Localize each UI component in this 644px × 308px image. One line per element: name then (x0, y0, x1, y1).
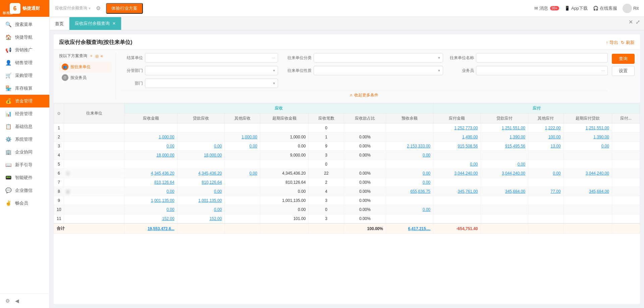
table-row: 100.000.000.0000.00%0.00 (54, 205, 640, 214)
settlement-unit-input[interactable]: ··· (145, 53, 278, 62)
footer-ar-amount[interactable]: 19,553,472,6... (124, 223, 177, 234)
dept-input[interactable]: ▾ (145, 79, 278, 88)
partner-category-input[interactable]: ▾ (314, 53, 443, 62)
sales-icon: 👤 (5, 60, 12, 66)
sidebar-collapse-button[interactable]: ◀ (15, 298, 19, 304)
window-maximize-button[interactable]: ⤢ (636, 19, 640, 25)
partner-nature-input[interactable]: ▾ (314, 66, 443, 75)
sidebar-item-inventory[interactable]: 🏪 库存核算 (0, 82, 49, 95)
promo-button[interactable]: 体验行业方案 (106, 3, 143, 14)
dept-arrow: ▾ (273, 81, 275, 86)
collapse-more-btn[interactable]: ∧ 收起更多条件 (120, 91, 608, 99)
sidebar-item-label: 基础信息 (15, 124, 33, 130)
th-ar-count: 应收笔数 (309, 114, 344, 124)
sidebar-item-marketing[interactable]: 📢 营销推广 (0, 44, 49, 56)
field-partner-category: 往来单位分类 ▾ (285, 53, 443, 62)
refresh-button[interactable]: ↻ 刷新 (621, 40, 635, 46)
sidebar-item-system[interactable]: ⚙️ 系统管理 (0, 133, 49, 146)
edit-scheme-icon[interactable]: ◎ (95, 54, 99, 58)
sidebar-item-label: 快捷导航 (15, 34, 33, 40)
sidebar-item-purchase[interactable]: 🛒 采购管理 (0, 69, 49, 82)
collapse-scheme-icon[interactable]: « (101, 54, 103, 58)
breadcrumb: 应收应付余额查询 ▾ (55, 5, 91, 11)
collapse-label: 收起更多条件 (354, 93, 378, 97)
purchase-icon: 🛒 (5, 73, 12, 79)
sidebar-item-sales[interactable]: 👤 销售管理 (0, 56, 49, 69)
salesman-input[interactable]: ··· (476, 66, 608, 75)
avatar (623, 4, 632, 13)
filter-by-partner[interactable]: 👥 按往来单位 (59, 61, 112, 72)
table-row: 8p0.000.000.0040.00%655,636.75345,761.00… (54, 187, 640, 196)
filter-scheme-text: 按以下方案查询 (59, 53, 87, 59)
sidebar-item-label: 营销推广 (15, 47, 33, 53)
tab-home[interactable]: 首页 (50, 18, 69, 30)
th-settings: ⚙ (54, 103, 64, 124)
th-ap-overdue: 超期应付贷款 (564, 114, 612, 124)
header-settings-icon[interactable]: ⚙ (96, 5, 101, 11)
window-close-button[interactable]: ✕ (629, 19, 633, 25)
partner-nature-arrow: ▾ (438, 68, 440, 73)
filter-by-salesman[interactable]: ⏱ 按业务员 (59, 72, 112, 83)
dept-manager-input[interactable]: ▾ (145, 66, 278, 75)
sidebar-settings-button[interactable]: ⚙ (5, 298, 10, 304)
th-partner-label: 往来单位 (86, 111, 102, 116)
field-settlement-unit: 结算单位 ··· (120, 53, 278, 62)
app-download-button[interactable]: 📱 App下载 (565, 5, 588, 11)
sidebar-item-guide[interactable]: 📖 新手引导 (0, 159, 49, 171)
table-row: 6z4,345,436.204,345,436.200.004,345,436.… (54, 169, 640, 178)
field-partner-name: 往来单位名称 (450, 53, 608, 62)
filter-area: 按以下方案查询 ＋ ◎ « 👥 按往来单位 ⏱ 按业务员 (54, 50, 640, 103)
footer-ar-prepay[interactable]: 6,417,215.... (386, 223, 433, 234)
header: 应收应付余额查询 ▾ ⚙ 体验行业方案 ✉ 消息 99+ 📱 App下载 🎧 在… (50, 0, 644, 17)
export-button[interactable]: ↑ 导出 (606, 40, 619, 46)
online-service-label: 在线客服 (600, 5, 617, 11)
message-badge: 99+ (550, 6, 559, 10)
tab-ar-ap[interactable]: 应收应付余额查询 ✕ (69, 17, 121, 30)
filter-action-buttons: 查询 设置 (612, 53, 635, 99)
query-button[interactable]: 查询 (612, 54, 635, 64)
sidebar-item-wechat[interactable]: 💬 企业微信 (0, 184, 49, 197)
th-ap-group: 应付 (433, 103, 640, 114)
dept-manager-arrow: ▾ (273, 68, 275, 73)
sidebar-item-member[interactable]: ✌ 畅会员 (0, 197, 49, 210)
search-menu-icon: 🔍 (5, 21, 12, 28)
message-button[interactable]: ✉ 消息 99+ (534, 5, 559, 11)
data-table: ⚙ 往来单位 应收 应付 应收金额 贷款应 (54, 103, 640, 234)
quick-nav-icon: 🏠 (5, 34, 12, 40)
sidebar-item-label: 资金管理 (15, 98, 33, 104)
partner-name-label: 往来单位名称 (450, 55, 474, 61)
sidebar-item-enterprise[interactable]: 🏢 企业协同 (0, 146, 49, 159)
download-icon: 📱 (565, 6, 570, 11)
by-partner-label: 按往来单位 (70, 64, 91, 70)
page-title: 应收应付余额查询(按往来单位) (59, 39, 132, 46)
sidebar-item-base-info[interactable]: 📋 基础信息 (0, 120, 49, 133)
partner-name-input[interactable] (476, 53, 608, 62)
sidebar-menu: 🔍 搜索菜单 🏠 快捷导航 📢 营销推广 👤 销售管理 🛒 采购管理 🏪 库存核… (0, 17, 49, 294)
footer-label: 合计 (54, 223, 124, 234)
online-service-button[interactable]: 🎧 在线客服 (593, 5, 617, 11)
footer-ar-loan (177, 223, 224, 234)
operations-icon: 📊 (5, 111, 12, 117)
tab-close-icon[interactable]: ✕ (112, 21, 116, 26)
filter-scheme-label: 按以下方案查询 ＋ ◎ « (59, 53, 112, 59)
sidebar-item-hardware[interactable]: 📟 智能硬件 (0, 171, 49, 184)
field-dept: 部门 ▾ (120, 79, 278, 88)
th-ar-overdue: 超期应收金额 (260, 114, 309, 124)
th-ar-ratio: 应收款占比 (344, 114, 386, 124)
sidebar-item-search-menu[interactable]: 🔍 搜索菜单 (0, 18, 49, 31)
sidebar-item-finance[interactable]: 💰 资金管理 (0, 95, 49, 107)
sidebar-item-operations[interactable]: 📊 经营管理 (0, 107, 49, 120)
th-ar-other: 其他应收 (225, 114, 260, 124)
settings-button[interactable]: 设置 (612, 66, 635, 76)
sidebar-item-label: 智能硬件 (15, 175, 33, 181)
sidebar-item-label: 系统管理 (15, 136, 33, 142)
sidebar-item-quick-nav[interactable]: 🏠 快捷导航 (0, 31, 49, 44)
member-icon: ✌ (5, 200, 12, 206)
app-logo: 6 畅捷通财 标准版 (0, 0, 49, 17)
table-row: 7810,126.64810,126.64810,126.6420.00%0.0… (54, 178, 640, 187)
collapse-up-icon: ∧ (350, 93, 354, 97)
user-profile[interactable]: Rit (623, 4, 639, 13)
table-settings-icon[interactable]: ⚙ (57, 111, 61, 116)
th-partner: 往来单位 (64, 103, 124, 124)
add-scheme-icon[interactable]: ＋ (89, 53, 93, 59)
